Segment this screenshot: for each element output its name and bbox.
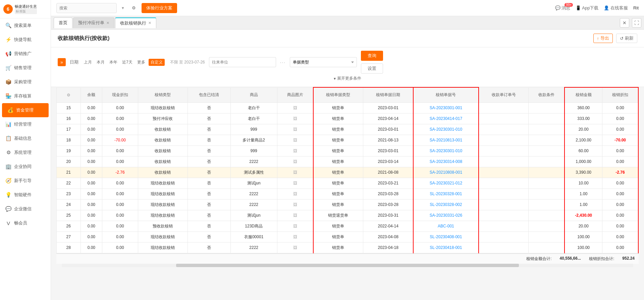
tab-close-btn[interactable]: ✕	[620, 18, 629, 28]
sidebar-item-purchase[interactable]: 📦采购管理	[0, 75, 51, 89]
bill-no-link[interactable]: SA-20210813-001	[430, 138, 462, 142]
table-row: 270.000.00现结收款核销否衣服00001🖼销货单2023-04-08SL…	[57, 231, 639, 242]
bill-no-link[interactable]: ABC-001	[438, 224, 454, 228]
sidebar-item-system[interactable]: ⚙系统管理	[0, 145, 51, 160]
cell-balance: 0.00	[80, 167, 102, 178]
cell-bill_report_no[interactable]: SA-20230314-008	[413, 156, 479, 167]
scrollbar-thumb[interactable]	[176, 264, 519, 267]
user-name[interactable]: Rit	[633, 5, 639, 10]
expand-conditions-button[interactable]: ▾ 展开更多条件	[334, 76, 361, 81]
tab-home[interactable]: 首页	[54, 17, 72, 28]
cell-writeoff_amount: 10.00	[565, 178, 602, 188]
filter-period: 上月 本月 本年 近7天 更多 自定义	[83, 59, 165, 66]
sidebar-item-hardware[interactable]: 💡智能硬件	[0, 188, 51, 202]
cell-bill_report_no[interactable]: SL-20230408-001	[413, 231, 479, 242]
cell-writeoff_amount: -2,430.00	[565, 210, 602, 221]
sidebar-item-guide[interactable]: 🧭新手引导	[0, 174, 51, 188]
topbar-dropdown-icon[interactable]: ▾	[119, 5, 126, 11]
quicknav-icon: ⚡	[5, 37, 11, 43]
cell-bill_report_no[interactable]: SA-20210808-001	[413, 167, 479, 178]
cell-product: 2222	[230, 199, 277, 210]
message-icon[interactable]: 💬 消息 99+	[555, 5, 571, 11]
bill-no-link[interactable]: SL-20230328-002	[430, 202, 462, 207]
horizontal-scrollbar[interactable]	[62, 264, 633, 267]
cell-writeoff_amount: 60.00	[565, 145, 602, 156]
bill-no-link[interactable]: SA-20230414-017	[430, 116, 462, 121]
cell-bill_report_no[interactable]: SA-20230321-012	[413, 178, 479, 188]
app-download[interactable]: 📱 App下载	[576, 5, 598, 11]
solution-button[interactable]: 体验行业方案	[142, 3, 177, 13]
col-header-receipt_condition: 收款条件	[529, 87, 565, 102]
table-row: 220.000.00现结收款核销否测试jun🖼销货单2023-03-21SA-2…	[57, 178, 639, 188]
bill-type-select[interactable]: 单据类型	[290, 57, 357, 67]
cell-bill_report_no[interactable]: SA-20210813-001	[413, 135, 479, 145]
sidebar-item-inventory[interactable]: 🏪库存核算	[0, 89, 51, 103]
tab-close-prepay[interactable]: ✕	[106, 21, 109, 25]
online-service[interactable]: 👤 在线客服	[604, 5, 628, 11]
sidebar-nav: 🔍搜索菜单⚡快捷导航📢营销推广🛒销售管理📦采购管理🏪库存核算💰资金管理📊经营管理…	[0, 18, 51, 300]
cell-bill_report_no[interactable]: SA-20230414-017	[413, 113, 479, 124]
cell-writeoff_discount: 0.00	[602, 178, 638, 188]
period-this-year[interactable]: 本年	[108, 59, 119, 66]
cell-cash_discount: 0.00	[102, 178, 138, 188]
sidebar-item-basic[interactable]: 📋基础信息	[0, 131, 51, 145]
export-button[interactable]: ↑ 导出	[593, 34, 613, 43]
cell-bill_report_no[interactable]: SL-20230418-001	[413, 242, 479, 253]
period-more[interactable]: 更多	[136, 59, 147, 66]
cell-bill_report_no[interactable]: SL-20230328-001	[413, 188, 479, 199]
cell-bill_report_no[interactable]: SL-20230328-002	[413, 199, 479, 210]
bill-no-link[interactable]: SL-20230408-001	[430, 234, 462, 239]
refresh-button[interactable]: ↺ 刷新	[616, 34, 637, 43]
filter-toggle-button[interactable]: »	[58, 58, 66, 66]
sidebar-item-quicknav[interactable]: ⚡快捷导航	[0, 33, 51, 47]
tab-label-receivable: 收款核销执行	[120, 20, 146, 26]
sidebar-item-operations[interactable]: 📊经营管理	[0, 117, 51, 131]
sidebar-item-finance[interactable]: 💰资金管理	[2, 103, 49, 117]
cell-writeoff_type: 预收款核销	[138, 221, 187, 231]
sidebar-item-search[interactable]: 🔍搜索菜单	[0, 18, 51, 33]
bill-no-link[interactable]: SA-20230301-010	[430, 127, 462, 132]
sidebar-item-company[interactable]: 🏢企业协同	[0, 160, 51, 174]
cell-bill_report_no[interactable]: SA-20230331-026	[413, 210, 479, 221]
period-this-month[interactable]: 本月	[95, 59, 106, 66]
settings-button[interactable]: 设置	[361, 63, 383, 74]
sidebar-item-marketing[interactable]: 📢营销推广	[0, 47, 51, 61]
tab-prepay[interactable]: 预付冲应付单✕	[73, 17, 114, 28]
bill-no-link[interactable]: SA-20230301-001	[430, 105, 462, 110]
cell-writeoff_amount: 100.00	[565, 231, 602, 242]
cell-bill_report_type: 销货单	[313, 156, 363, 167]
tab-maximize-btn[interactable]: ⛶	[632, 18, 641, 28]
cell-bill_report_type: 销货单	[313, 102, 363, 113]
cell-bill_report_no[interactable]: SA-20230301-001	[413, 102, 479, 113]
bill-no-link[interactable]: SA-20230301-010	[430, 148, 462, 153]
sidebar-item-sales[interactable]: 🛒销售管理	[0, 61, 51, 75]
period-7days[interactable]: 近7天	[121, 59, 134, 66]
cell-no: 16	[57, 113, 81, 124]
sidebar-item-member[interactable]: V畅会员	[0, 216, 51, 230]
bill-no-link[interactable]: SA-20230321-012	[430, 181, 462, 185]
bill-no-link[interactable]: SA-20230314-008	[430, 159, 462, 164]
cell-product_img: 🖼	[277, 178, 313, 188]
cell-bill_report_no[interactable]: ABC-001	[413, 221, 479, 231]
period-custom[interactable]: 自定义	[149, 59, 165, 66]
col-header-bill_report_type: 核销单据类型	[313, 87, 363, 102]
gear-settings-icon[interactable]: ⚙	[64, 90, 73, 100]
cell-bill_report_type: 销货单	[313, 231, 363, 242]
bill-no-link[interactable]: SA-20210808-001	[430, 170, 462, 175]
cell-include_settled: 否	[188, 199, 230, 210]
tab-receivable[interactable]: 收款核销执行✕	[115, 17, 156, 28]
period-last-month[interactable]: 上月	[83, 59, 93, 66]
sidebar-item-wechat[interactable]: 💬企业微信	[0, 202, 51, 216]
topbar-search-input[interactable]	[56, 3, 117, 13]
table-row: 200.000.00收款核销否2222🖼销货单2023-03-14SA-2023…	[57, 156, 639, 167]
bill-no-link[interactable]: SL-20230418-001	[430, 245, 462, 250]
bill-no-link[interactable]: SL-20230328-001	[430, 191, 462, 196]
query-button[interactable]: 查询	[361, 51, 383, 61]
tab-close-receivable[interactable]: ✕	[148, 21, 151, 25]
bill-no-link[interactable]: SA-20230331-026	[430, 213, 462, 218]
cell-bill_report_no[interactable]: SA-20230301-010	[413, 145, 479, 156]
topbar-gear-icon[interactable]: ⚙	[129, 3, 139, 13]
party-input[interactable]	[209, 57, 276, 67]
cell-no: 18	[57, 135, 81, 145]
cell-bill_report_no[interactable]: SA-20230301-010	[413, 124, 479, 135]
